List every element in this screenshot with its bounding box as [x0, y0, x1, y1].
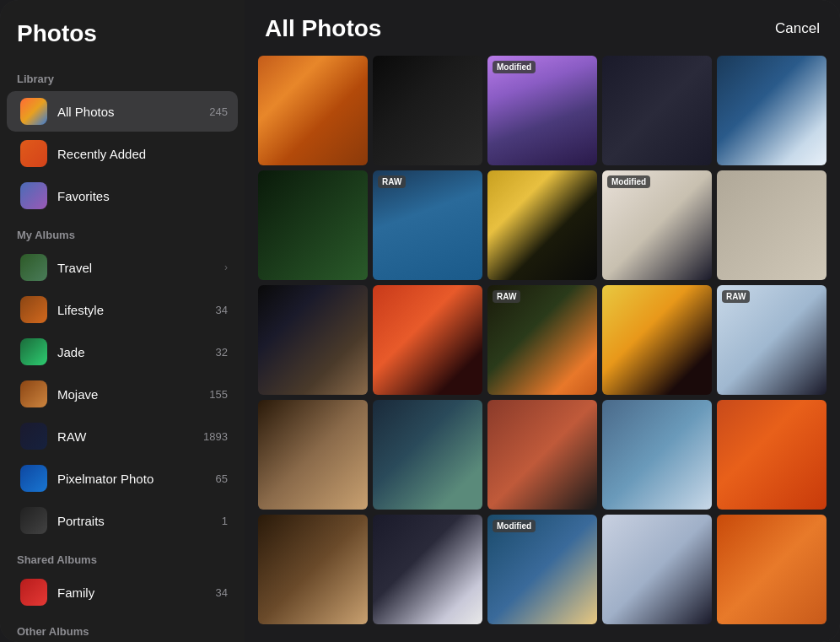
app-container: Photos Library All Photos 245 Recently A… — [0, 0, 840, 642]
photo-cell[interactable] — [258, 170, 368, 280]
allphotos-icon — [20, 98, 47, 125]
photo-cell[interactable] — [258, 515, 368, 624]
mojave-label: Mojave — [57, 387, 202, 402]
sidebar-item-travel[interactable]: Travel › — [7, 247, 238, 288]
photo-cell[interactable] — [373, 285, 482, 395]
photo-badge: RAW — [722, 290, 750, 303]
photo-cell[interactable]: RAW — [717, 285, 827, 395]
photo-cell[interactable] — [487, 400, 597, 510]
lifestyle-icon — [20, 296, 47, 323]
photo-bg — [602, 515, 712, 624]
main-content: All Photos Cancel ModifiedRAWModifiedRAW… — [245, 0, 840, 642]
sidebar-item-allphotos[interactable]: All Photos 245 — [7, 91, 238, 132]
travel-chevron-icon: › — [224, 262, 228, 273]
photo-cell[interactable]: Modified — [602, 170, 712, 280]
travel-icon — [20, 254, 47, 281]
photo-bg — [602, 400, 712, 510]
photo-bg — [717, 170, 827, 280]
family-icon — [20, 579, 47, 606]
photo-grid: ModifiedRAWModifiedRAWRAWModified — [245, 52, 840, 642]
jade-count: 32 — [216, 346, 228, 359]
pixelmator-count: 65 — [216, 472, 228, 485]
photo-badge: RAW — [493, 290, 520, 303]
lifestyle-label: Lifestyle — [57, 303, 209, 317]
myalbums-header: My Albums — [0, 217, 245, 246]
raw-count: 1893 — [203, 430, 228, 443]
photo-cell[interactable] — [373, 56, 482, 165]
photo-bg — [717, 400, 827, 510]
photo-badge: Modified — [493, 61, 536, 73]
photo-bg — [258, 400, 368, 510]
photo-bg — [717, 56, 827, 165]
sidebar-item-favorites[interactable]: Favorites — [7, 175, 238, 216]
sidebar-item-jade[interactable]: Jade 32 — [7, 332, 238, 372]
photo-cell[interactable]: Modified — [487, 515, 597, 624]
photo-bg — [258, 515, 368, 624]
raw-label: RAW — [57, 429, 197, 444]
pixelmator-label: Pixelmator Photo — [57, 472, 209, 486]
sharedalbums-header: Shared Albums — [0, 542, 245, 571]
sidebar-item-pixelmator[interactable]: Pixelmator Photo 65 — [7, 458, 238, 499]
photo-cell[interactable]: RAW — [373, 170, 482, 280]
photo-cell[interactable] — [258, 56, 368, 165]
sidebar-item-mojave[interactable]: Mojave 155 — [7, 374, 238, 414]
main-title: All Photos — [265, 15, 381, 42]
photo-cell[interactable] — [258, 285, 368, 395]
recent-icon — [20, 140, 47, 167]
photo-cell[interactable] — [602, 515, 712, 624]
photo-cell[interactable] — [602, 285, 712, 395]
photo-cell[interactable] — [602, 56, 712, 165]
photo-bg — [717, 515, 827, 624]
sidebar-item-lifestyle[interactable]: Lifestyle 34 — [7, 289, 238, 330]
photo-cell[interactable] — [717, 56, 827, 165]
cancel-button[interactable]: Cancel — [775, 20, 820, 37]
mojave-count: 155 — [209, 388, 228, 401]
main-header: All Photos Cancel — [245, 0, 840, 52]
photo-bg — [487, 400, 597, 510]
photo-cell[interactable] — [717, 170, 827, 280]
photo-bg — [373, 515, 482, 624]
portraits-count: 1 — [222, 515, 228, 527]
device-frame: Photos Library All Photos 245 Recently A… — [0, 0, 840, 642]
jade-label: Jade — [57, 345, 209, 359]
travel-label: Travel — [57, 261, 221, 275]
photo-bg — [258, 56, 368, 165]
photo-bg — [602, 285, 712, 395]
photo-bg — [258, 170, 368, 280]
photo-badge: Modified — [493, 520, 536, 532]
photo-cell[interactable] — [602, 400, 712, 510]
family-label: Family — [57, 585, 209, 600]
allphotos-label: All Photos — [57, 105, 202, 119]
photo-cell[interactable] — [717, 400, 827, 510]
recentlyadded-label: Recently Added — [57, 147, 228, 161]
photo-cell[interactable] — [373, 400, 482, 510]
lifestyle-count: 34 — [216, 304, 228, 316]
photo-bg — [487, 170, 597, 280]
raw-icon — [20, 423, 47, 450]
sidebar-item-family[interactable]: Family 34 — [7, 572, 238, 612]
sidebar-item-raw[interactable]: RAW 1893 — [7, 416, 238, 456]
favorites-label: Favorites — [57, 189, 228, 203]
portraits-icon — [20, 507, 47, 534]
photo-cell[interactable] — [373, 515, 482, 624]
sidebar-item-portraits[interactable]: Portraits 1 — [7, 500, 238, 541]
photo-cell[interactable] — [717, 515, 827, 624]
family-count: 34 — [216, 586, 228, 599]
otheralbums-header: Other Albums — [0, 613, 245, 642]
photo-cell[interactable] — [258, 400, 368, 510]
sidebar: Photos Library All Photos 245 Recently A… — [0, 0, 245, 642]
photo-bg — [373, 56, 482, 165]
photo-bg — [258, 285, 368, 395]
portraits-label: Portraits — [57, 514, 215, 528]
photo-bg — [602, 56, 712, 165]
mojave-icon — [20, 380, 47, 407]
photo-badge: Modified — [607, 175, 650, 188]
sidebar-item-recentlyadded[interactable]: Recently Added — [7, 133, 238, 174]
photo-cell[interactable]: RAW — [487, 285, 597, 395]
photo-cell[interactable]: Modified — [487, 56, 597, 165]
favorites-icon — [20, 182, 47, 209]
photo-bg — [373, 400, 482, 510]
library-header: Library — [0, 61, 245, 90]
allphotos-count: 245 — [209, 105, 228, 118]
photo-cell[interactable] — [487, 170, 597, 280]
